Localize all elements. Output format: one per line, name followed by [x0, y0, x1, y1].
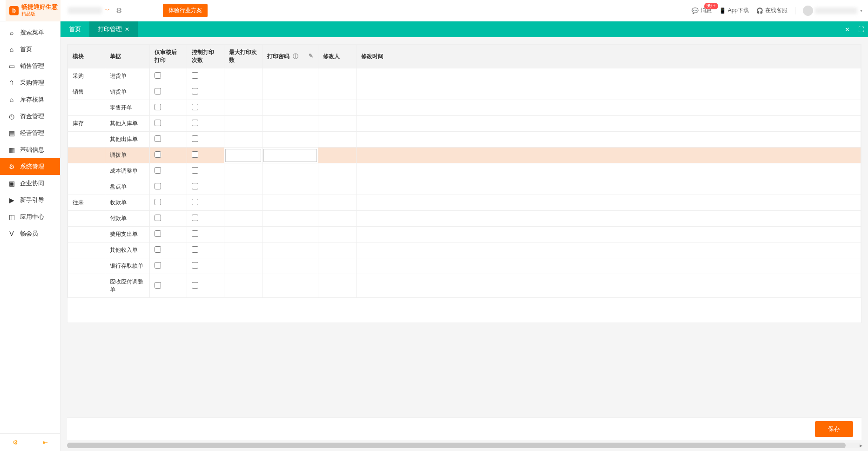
cell-modify-time — [357, 84, 861, 100]
sidebar-item-6[interactable]: ▤经营管理 — [0, 125, 60, 141]
control-count-checkbox[interactable] — [192, 230, 198, 237]
control-count-checkbox[interactable] — [192, 135, 198, 142]
sidebar-item-10[interactable]: ▶新手引导 — [0, 192, 60, 209]
cell-control-count — [187, 274, 224, 298]
only-audited-checkbox[interactable] — [155, 72, 161, 79]
settings-icon[interactable]: ⚙ — [13, 439, 18, 446]
cell-only-audited — [150, 68, 187, 84]
help-icon[interactable]: ⓘ — [293, 53, 298, 60]
gear-icon[interactable]: ⚙ — [116, 7, 122, 15]
org-selector[interactable]: ████ ﹀ ⚙ — [68, 7, 156, 15]
control-count-checkbox[interactable] — [192, 120, 198, 126]
col-max-count: 最大打印次数 — [224, 45, 262, 68]
control-count-checkbox[interactable] — [192, 183, 198, 189]
max-count-input[interactable] — [225, 149, 261, 162]
sidebar-item-3[interactable]: ⇧采购管理 — [0, 74, 60, 91]
table-row: 应收应付调整单 — [68, 274, 861, 298]
avatar — [803, 6, 813, 16]
tab-home[interactable]: 首页 — [61, 21, 89, 37]
sidebar-item-11[interactable]: ◫应用中心 — [0, 209, 60, 225]
control-count-checkbox[interactable] — [192, 167, 198, 174]
only-audited-checkbox[interactable] — [155, 262, 161, 269]
sidebar-item-8[interactable]: ⚙系统管理 — [0, 158, 60, 175]
sidebar-item-9[interactable]: ▣企业协同 — [0, 175, 60, 192]
sidebar-item-7[interactable]: ▦基础信息 — [0, 141, 60, 158]
control-count-checkbox[interactable] — [192, 262, 198, 269]
control-count-checkbox[interactable] — [192, 282, 198, 289]
cell-doc: 其他入库单 — [105, 116, 150, 132]
control-count-checkbox[interactable] — [192, 151, 198, 158]
cell-doc: 成本调整单 — [105, 163, 150, 179]
brand-text-wrap: 畅捷通好生意 精品版 — [21, 4, 58, 17]
only-audited-checkbox[interactable] — [155, 120, 161, 126]
experience-button[interactable]: 体验行业方案 — [163, 4, 208, 17]
only-audited-checkbox[interactable] — [155, 230, 161, 237]
cell-only-audited — [150, 195, 187, 211]
only-audited-checkbox[interactable] — [155, 167, 161, 174]
sidebar-item-icon: ⌂ — [8, 96, 15, 103]
sidebar-item-1[interactable]: ⌂首页 — [0, 41, 60, 58]
fullscreen-icon[interactable]: ⛶ — [854, 21, 868, 37]
sidebar-item-2[interactable]: ▭销售管理 — [0, 58, 60, 74]
cell-max-count — [224, 227, 262, 242]
cell-password — [262, 195, 318, 211]
close-icon[interactable]: ✕ — [125, 26, 129, 33]
sidebar-item-0[interactable]: ⌕搜索菜单 — [0, 24, 60, 41]
only-audited-checkbox[interactable] — [155, 282, 161, 289]
cell-control-count — [187, 195, 224, 211]
only-audited-checkbox[interactable] — [155, 199, 161, 205]
only-audited-checkbox[interactable] — [155, 135, 161, 142]
control-count-checkbox[interactable] — [192, 104, 198, 110]
control-count-checkbox[interactable] — [192, 199, 198, 205]
cell-doc: 其他出库单 — [105, 132, 150, 148]
horizontal-scrollbar[interactable]: ▸ — [67, 443, 861, 448]
only-audited-checkbox[interactable] — [155, 104, 161, 110]
password-input[interactable] — [263, 149, 317, 162]
cell-module — [68, 258, 105, 274]
online-service-link[interactable]: 🎧 在线客服 — [756, 7, 787, 14]
cell-module — [68, 132, 105, 148]
save-button[interactable]: 保存 — [815, 421, 853, 437]
sidebar-item-label: 畅会员 — [20, 229, 38, 238]
cell-max-count — [224, 242, 262, 258]
cell-password — [262, 100, 318, 116]
cell-module: 采购 — [68, 68, 105, 84]
tab-strip: 首页 打印管理 ✕ ✕ ⛶ — [61, 21, 868, 37]
only-audited-checkbox[interactable] — [155, 88, 161, 94]
only-audited-checkbox[interactable] — [155, 183, 161, 189]
scrollbar-thumb[interactable] — [67, 443, 846, 448]
cell-password — [262, 68, 318, 84]
cell-max-count — [224, 258, 262, 274]
messages-link[interactable]: 💬 消息 99 + — [692, 7, 712, 14]
cell-password — [262, 211, 318, 227]
sidebar-item-4[interactable]: ⌂库存核算 — [0, 91, 60, 108]
control-count-checkbox[interactable] — [192, 88, 198, 94]
control-count-checkbox[interactable] — [192, 215, 198, 221]
cell-only-audited — [150, 179, 187, 195]
cell-max-count — [224, 84, 262, 100]
tab-print-management[interactable]: 打印管理 ✕ — [89, 21, 138, 37]
brand-name: 畅捷通好生意 — [21, 4, 58, 10]
app-download-link[interactable]: 📱 App下载 — [719, 7, 749, 14]
tab-close-all-icon[interactable]: ✕ — [840, 21, 854, 37]
cell-doc: 收款单 — [105, 195, 150, 211]
sidebar-item-icon: ▣ — [8, 180, 15, 187]
collapse-icon[interactable]: ⇤ — [43, 439, 48, 446]
cell-modify-time — [357, 195, 861, 211]
edit-icon[interactable]: ✎ — [309, 53, 313, 59]
sidebar-item-12[interactable]: V畅会员 — [0, 225, 60, 242]
user-menu[interactable]: ██████ ▾ — [803, 6, 862, 16]
table-row: 零售开单 — [68, 100, 861, 116]
scroll-right-icon[interactable]: ▸ — [860, 442, 862, 449]
sidebar-item-icon: ▶ — [8, 196, 15, 204]
only-audited-checkbox[interactable] — [155, 151, 161, 158]
cell-modify-time — [357, 68, 861, 84]
only-audited-checkbox[interactable] — [155, 215, 161, 221]
col-only-audited: 仅审核后打印 — [150, 45, 187, 68]
sidebar-item-5[interactable]: ◷资金管理 — [0, 108, 60, 125]
cell-control-count — [187, 211, 224, 227]
control-count-checkbox[interactable] — [192, 72, 198, 79]
cell-doc: 银行存取款单 — [105, 258, 150, 274]
only-audited-checkbox[interactable] — [155, 246, 161, 253]
control-count-checkbox[interactable] — [192, 246, 198, 253]
